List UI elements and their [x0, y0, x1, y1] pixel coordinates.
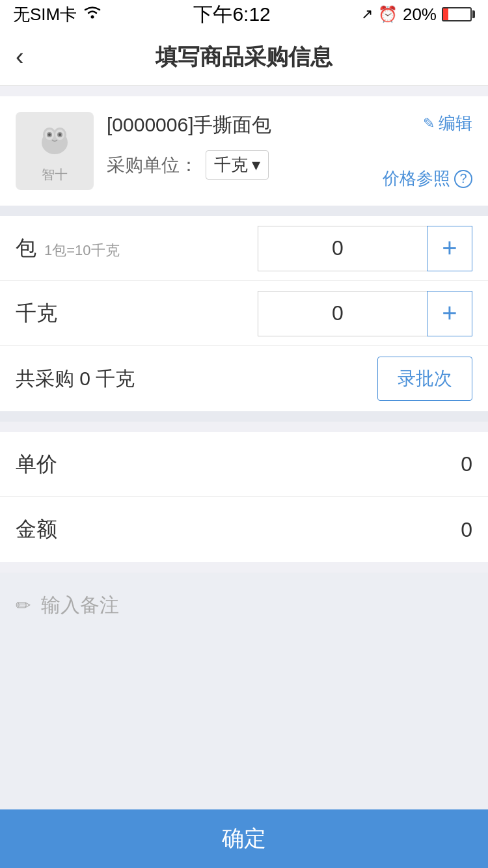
kg-number-input[interactable] — [258, 291, 427, 336]
status-time: 下午6:12 — [193, 1, 270, 28]
total-label: 共采购 0 千克 — [16, 366, 135, 392]
svg-point-0 — [91, 15, 94, 18]
status-left: 无SIM卡 — [13, 3, 103, 26]
remark-section[interactable]: ✏ 输入备注 — [0, 573, 488, 638]
input-section: 包 1包=10千克 + 千克 + — [0, 216, 488, 346]
svg-point-9 — [59, 133, 61, 136]
amount-label: 金额 — [16, 515, 57, 544]
svg-point-8 — [48, 133, 51, 136]
nav-bar: ‹ 填写商品采购信息 — [0, 29, 488, 86]
remark-placeholder: 输入备注 — [41, 592, 119, 619]
status-right: ↗ ⏰ 20% — [361, 5, 475, 25]
unit-price-label: 单价 — [16, 450, 57, 479]
kg-label: 千克 — [16, 299, 57, 328]
amount-row: 金额 0 — [0, 497, 488, 562]
product-owl-icon — [35, 119, 74, 165]
unit-price-value: 0 — [461, 452, 472, 476]
bao-input-right: + — [258, 226, 472, 271]
location-icon: ↗ — [361, 6, 373, 23]
carrier-label: 无SIM卡 — [13, 3, 77, 26]
product-image-subtext: 智十 — [42, 166, 68, 183]
bao-plus-button[interactable]: + — [427, 226, 472, 271]
section-divider-1 — [0, 206, 488, 216]
kg-label-text: 千克 — [16, 299, 57, 328]
unit-value: 千克 — [214, 154, 248, 176]
product-name: [0000006]手撕面包 — [107, 112, 472, 139]
confirm-button-label: 确定 — [222, 824, 266, 854]
bao-input-row: 包 1包=10千克 + — [0, 216, 488, 281]
unit-select[interactable]: 千克 ▾ — [206, 150, 269, 180]
pencil-icon: ✏ — [16, 595, 31, 616]
total-row: 共采购 0 千克 录批次 — [0, 346, 488, 411]
bao-label-text: 包 — [16, 234, 36, 263]
price-section: 单价 0 金额 0 — [0, 432, 488, 562]
product-image: 智十 — [16, 112, 94, 190]
battery-percent: 20% — [403, 5, 437, 25]
kg-plus-button[interactable]: + — [427, 291, 472, 336]
price-ref-label: 价格参照 — [383, 167, 450, 190]
edit-button[interactable]: ✎ 编辑 — [423, 112, 472, 135]
kg-input-right: + — [258, 291, 472, 336]
wifi-icon — [82, 5, 103, 25]
bao-number-input[interactable] — [258, 226, 427, 271]
amount-value: 0 — [461, 518, 472, 542]
page-title: 填写商品采购信息 — [156, 42, 332, 72]
alarm-icon: ⏰ — [378, 5, 398, 23]
section-divider-2 — [0, 411, 488, 422]
status-bar: 无SIM卡 下午6:12 ↗ ⏰ 20% — [0, 0, 488, 29]
unit-price-row: 单价 0 — [0, 432, 488, 497]
bao-label-sub: 1包=10千克 — [44, 241, 120, 260]
unit-arrow-icon: ▾ — [252, 155, 260, 175]
edit-icon: ✎ — [423, 115, 435, 132]
record-batch-button[interactable]: 录批次 — [377, 357, 472, 401]
kg-input-row: 千克 + — [0, 281, 488, 346]
back-button[interactable]: ‹ — [16, 43, 24, 71]
bao-label: 包 1包=10千克 — [16, 234, 120, 263]
edit-label: 编辑 — [439, 112, 472, 135]
product-card: 智十 [0000006]手撕面包 采购单位： 千克 ▾ ✎ 编辑 价格参照 ? — [0, 96, 488, 206]
confirm-bar[interactable]: 确定 — [0, 809, 488, 868]
price-ref-icon: ? — [454, 170, 472, 188]
unit-label: 采购单位： — [107, 153, 198, 178]
battery-icon — [442, 7, 475, 21]
price-ref-button[interactable]: 价格参照 ? — [383, 167, 472, 190]
